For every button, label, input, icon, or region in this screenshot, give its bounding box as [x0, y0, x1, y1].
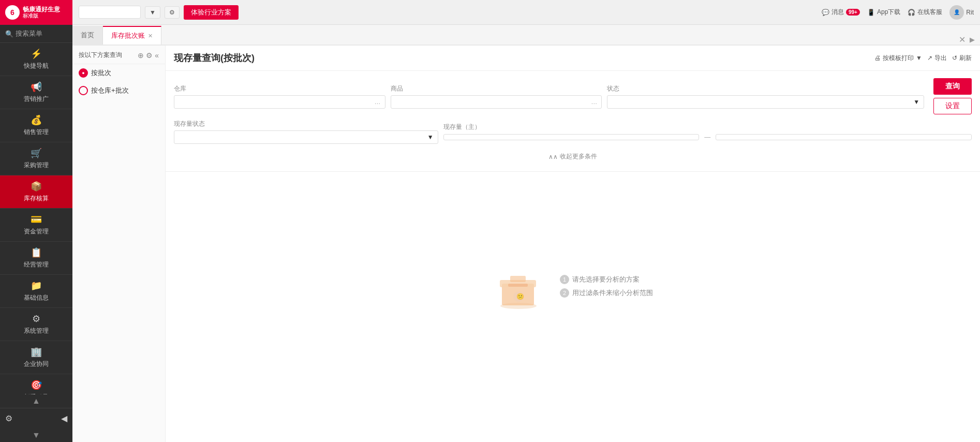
collapse-panel-btn[interactable]: «: [155, 51, 159, 60]
print-btn[interactable]: 🖨 按模板打印 ▼: [874, 54, 922, 63]
refresh-btn[interactable]: ↺ 刷新: [952, 54, 972, 63]
collapse-up-icon: ∧∧: [548, 153, 558, 160]
message-icon: 💬: [822, 9, 829, 16]
headset-icon: 🎧: [908, 9, 915, 16]
export-btn[interactable]: ↗ 导出: [927, 54, 947, 63]
tab-home[interactable]: 首页: [72, 26, 103, 45]
sidebar-item-finance[interactable]: 💳 资金管理: [0, 209, 72, 242]
sidebar-scroll-up[interactable]: ▲: [0, 394, 72, 408]
guide-icon: 🎯: [31, 379, 42, 391]
print-label: 按模板打印: [883, 54, 914, 63]
sidebar-item-quick-nav[interactable]: ⚡ 快捷导航: [0, 43, 72, 76]
system-icon: ⚙: [32, 313, 40, 325]
topbar-dropdown-btn[interactable]: ▼: [145, 6, 160, 19]
add-scheme-btn[interactable]: ⊕: [138, 51, 144, 60]
scheme-by-batch-label: 按批次: [91, 68, 111, 78]
status-label: 状态: [607, 84, 924, 93]
scheme-by-warehouse-batch[interactable]: 按仓库+批次: [72, 82, 165, 99]
sidebar-item-operations[interactable]: 📋 经营管理: [0, 242, 72, 275]
phone-icon: 📱: [867, 9, 875, 16]
sidebar-item-guide[interactable]: 🎯 新手引导: [0, 374, 72, 394]
online-service-btn[interactable]: 🎧 在线客服: [908, 8, 942, 17]
collapse-icon[interactable]: ◀: [61, 414, 67, 423]
filter-row-2: 现存量状态 ▼ 现存量（主） —: [174, 120, 972, 144]
empty-svg: 😕: [493, 260, 544, 312]
avatar: 👤: [949, 5, 964, 20]
product-dots-btn[interactable]: …: [591, 98, 597, 106]
messages-label: 消息: [831, 8, 844, 17]
tip1-num: 1: [560, 275, 569, 284]
sidebar-nav: ⚡ 快捷导航 📢 营销推广 💰 销售管理 🛒 采购管理 📦 库存核算 💳 资金管…: [0, 43, 72, 394]
empty-state-content: 😕 1 请先选择要分析的方案 2 用过滤条件来缩小分析范围: [493, 260, 653, 312]
sidebar-item-label: 快捷导航: [24, 62, 49, 70]
svg-rect-3: [510, 276, 526, 282]
print-dropdown-icon[interactable]: ▼: [916, 54, 922, 62]
collapse-filter-btn[interactable]: ∧∧ 收起更多条件: [174, 149, 972, 164]
manage-scheme-btn[interactable]: ⚙: [146, 51, 153, 60]
sidebar-item-label: 经营管理: [24, 260, 49, 269]
tab-inventory-batch[interactable]: 库存批次账 ✕: [103, 26, 161, 45]
topbar-left: ▼ ⚙ 体验行业方案: [79, 5, 818, 20]
search-icon: 🔍: [5, 30, 13, 38]
quantity-from-input[interactable]: [443, 134, 700, 140]
right-panel: 现存量查询(按批次) 🖨 按模板打印 ▼ ↗ 导出 ↺ 刷新: [166, 46, 980, 442]
settings-button[interactable]: 设置: [933, 98, 972, 114]
enterprise-icon: 🏢: [31, 346, 42, 358]
sidebar-item-inventory[interactable]: 📦 库存核算: [0, 175, 72, 209]
sidebar-item-marketing[interactable]: 📢 营销推广: [0, 76, 72, 109]
quantity-field: 现存量（主） —: [443, 123, 972, 141]
messages-badge: 99+: [846, 9, 860, 16]
tab-close-btn[interactable]: ✕: [148, 33, 153, 39]
scheme-by-warehouse-batch-label: 按仓库+批次: [91, 86, 129, 95]
inventory-status-select[interactable]: ▼: [174, 130, 438, 144]
warehouse-dots-btn[interactable]: …: [375, 98, 381, 106]
filter-area: 仓库 … 商品 … 状态: [166, 71, 980, 172]
refresh-label: 刷新: [959, 54, 972, 63]
sidebar-item-label: 企业协同: [24, 360, 49, 369]
warehouse-input[interactable]: …: [174, 95, 385, 109]
product-field: 商品 …: [391, 84, 602, 109]
status-select[interactable]: ▼: [607, 95, 924, 109]
action-buttons: 查询 设置: [933, 78, 972, 114]
messages-btn[interactable]: 💬 消息 99+: [822, 8, 860, 17]
sales-icon: 💰: [31, 114, 42, 126]
query-button[interactable]: 查询: [933, 78, 972, 95]
topbar-settings-btn[interactable]: ⚙: [165, 6, 180, 19]
inv-status-chevron-icon: ▼: [427, 134, 434, 141]
basic-info-icon: 📁: [31, 280, 42, 291]
topbar-search-placeholder: [83, 8, 102, 17]
user-name: Rit: [966, 9, 974, 16]
sidebar-scroll-down[interactable]: ▼: [0, 429, 72, 442]
svg-rect-4: [508, 284, 528, 287]
print-icon: 🖨: [874, 54, 881, 62]
scheme-by-batch[interactable]: ● 按批次: [72, 64, 165, 82]
collapse-label: 收起更多条件: [560, 152, 597, 161]
sidebar-item-basic-info[interactable]: 📁 基础信息: [0, 275, 72, 308]
online-service-label: 在线客服: [917, 8, 942, 17]
sidebar-item-system[interactable]: ⚙ 系统管理: [0, 308, 72, 341]
app-logo: 6: [5, 5, 20, 20]
empty-tip-1: 1 请先选择要分析的方案: [560, 275, 653, 284]
tab-bar: 首页 库存批次账 ✕ ✕ ▶: [72, 25, 980, 46]
app-download-label: App下载: [877, 8, 900, 17]
user-btn[interactable]: 👤 Rit: [949, 5, 974, 20]
inventory-status-label: 现存量状态: [174, 120, 438, 128]
sidebar-item-sales[interactable]: 💰 销售管理: [0, 109, 72, 142]
purchase-icon: 🛒: [31, 148, 42, 159]
sidebar-search[interactable]: 🔍 搜索菜单: [0, 25, 72, 43]
trial-btn[interactable]: 体验行业方案: [184, 5, 239, 20]
sidebar-item-purchase[interactable]: 🛒 采购管理: [0, 142, 72, 175]
marketing-icon: 📢: [31, 81, 42, 93]
app-download-btn[interactable]: 📱 App下载: [867, 8, 900, 17]
filter-row-1: 仓库 … 商品 … 状态: [174, 78, 972, 114]
product-input[interactable]: …: [391, 95, 602, 109]
tab-more-btn[interactable]: ▶: [970, 36, 975, 43]
sidebar-item-enterprise[interactable]: 🏢 企业协同: [0, 341, 72, 374]
topbar-search-box[interactable]: [79, 6, 141, 19]
quantity-to-input[interactable]: [716, 134, 972, 140]
settings-icon[interactable]: ⚙: [5, 414, 12, 423]
tab-home-label: 首页: [81, 31, 94, 40]
tab-panel-close-btn[interactable]: ✕: [959, 35, 966, 45]
app-title-block: 畅康通好生意 标准版: [23, 6, 60, 19]
tab-right-actions: ✕ ▶: [959, 35, 980, 45]
